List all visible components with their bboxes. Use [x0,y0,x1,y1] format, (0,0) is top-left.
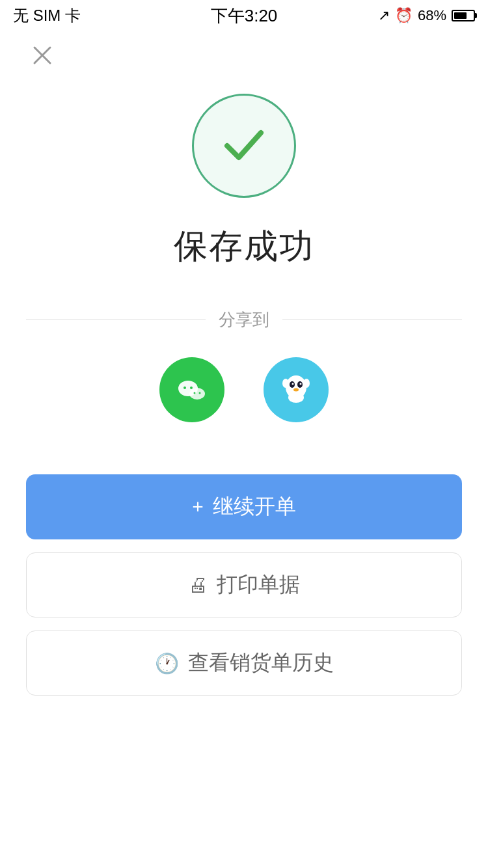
alarm-icon: ⏰ [395,7,413,24]
share-label: 分享到 [219,308,269,331]
wechat-icon [174,372,210,408]
continue-button[interactable]: + 继续开单 [26,474,462,539]
status-left: 无 SIM 卡 [13,5,86,26]
battery-icon [452,10,475,21]
action-buttons: + 继续开单 🖨 打印单据 🕐 查看销货单历史 [0,474,488,696]
svg-point-7 [199,392,201,394]
time-display: 下午3:20 [211,5,278,27]
battery-percentage: 68% [418,7,446,24]
history-label: 查看销货单历史 [188,649,334,677]
svg-point-3 [189,388,205,400]
svg-point-5 [190,387,193,389]
success-title: 保存成功 [174,224,314,269]
qq-icon [277,370,316,409]
qq-share-button[interactable] [264,357,329,422]
main-content: 保存成功 分享到 [0,29,488,696]
svg-point-15 [282,379,289,388]
print-label: 打印单据 [217,571,300,599]
svg-point-11 [292,383,294,385]
plus-icon: + [192,496,204,518]
svg-point-4 [183,387,186,389]
wechat-share-button[interactable] [159,357,224,422]
location-icon: ↗ [378,7,390,24]
svg-point-14 [288,392,304,403]
svg-point-13 [293,388,299,392]
status-right: ↗ ⏰ 68% [378,7,475,24]
print-button[interactable]: 🖨 打印单据 [26,552,462,617]
checkmark-icon [218,118,270,173]
success-circle [192,94,296,198]
sim-label: 无 SIM 卡 [13,5,81,26]
history-button[interactable]: 🕐 查看销货单历史 [26,631,462,696]
printer-icon: 🖨 [188,574,208,596]
close-button[interactable] [26,39,59,72]
share-section: 分享到 [0,308,488,422]
status-bar: 无 SIM 卡 下午3:20 ↗ ⏰ 68% [0,0,488,29]
share-divider: 分享到 [26,308,462,331]
share-icons [26,357,462,422]
svg-point-6 [194,392,196,394]
clock-icon: 🕐 [155,652,179,675]
continue-label: 继续开单 [213,493,296,521]
svg-point-12 [300,383,302,385]
svg-point-16 [303,379,310,388]
